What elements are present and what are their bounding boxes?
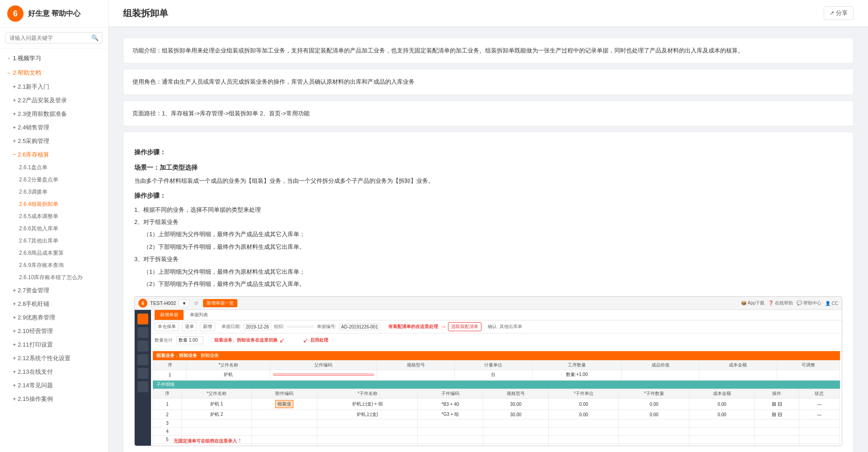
mock-service-icon: 💬 帮助中心 [797, 300, 821, 306]
sidebar-item-data[interactable]: + 2.3使用前数据准备 [0, 107, 108, 121]
annotation-arrow1: → [440, 323, 446, 330]
mock-btn-save[interactable]: 本仓保单 [155, 322, 179, 331]
sidebar-item-263[interactable]: 2.6.3调拨单 [0, 186, 108, 198]
sub-col-pcode: 附件编码 [252, 389, 317, 399]
sidebar-item-265[interactable]: 2.6.5成本调整单 [0, 210, 108, 223]
main-content: 功能介绍：组装拆卸单用来处理企业组装或拆卸等加工业务，支持有固定装配清单的产品加… [108, 27, 868, 452]
share-button[interactable]: ↗ 分享 [824, 6, 854, 20]
col-unit: 计量单位 [454, 361, 532, 370]
sidebar-item-268[interactable]: 2.6.8商品成本重算 [0, 247, 108, 259]
path-text: 页面路径：1、库存核算->库存管理->组装拆卸单 2、首页->常用功能 [132, 108, 844, 119]
cell-total-val [699, 370, 777, 380]
sidebar-item-docs[interactable]: − 2.帮助文档 [0, 66, 108, 80]
mock-billno2-label: 单据编号: [317, 324, 336, 330]
mock-tab-active[interactable]: 新增单据 [155, 310, 184, 320]
mock-logo: 6 [138, 299, 147, 308]
settings-icon: ⚙ [194, 300, 198, 306]
mock-app-icon: 📦 App下载 [741, 300, 764, 306]
share-label: 分享 [836, 9, 848, 17]
mock-btn-cancel[interactable]: 退单 [182, 322, 197, 331]
plus-icon-install: + [13, 97, 18, 104]
sidebar-item-sales[interactable]: + 2.4销售管理 [0, 121, 108, 134]
plus-icon-case: + [13, 395, 18, 402]
operations-title: 操作步骤： [134, 148, 842, 157]
annotation-bom-area: 有装配清单的在这里处理 → 选取装配清单 [388, 322, 481, 331]
col-spec: 规格型号 [377, 361, 455, 370]
mock-sub-table-header: 子件明细 [153, 381, 840, 389]
sub-col-cost2: 成本金额 [689, 389, 755, 399]
path-card: 页面路径：1、库存核算->库存管理->组装拆卸单 2、首页->常用功能 [123, 100, 854, 126]
cell-unit: 台 [454, 370, 532, 380]
mock-toolbar: 本仓保单 退单 新增 单据日期: 2019-12-26 组织: 单据编号: AD… [151, 320, 842, 333]
mock-new-btn[interactable]: 新增单据一览 [203, 299, 237, 307]
mock-sidebar-i4 [137, 368, 148, 379]
cell-code-input[interactable] [273, 374, 374, 376]
sidebar-item-new[interactable]: + 2.1新手入门 [0, 80, 108, 94]
sidebar-item-coupon[interactable]: + 2.9优惠券管理 [0, 311, 108, 324]
sidebar-item-install[interactable]: + 2.2产品安装及登录 [0, 94, 108, 107]
mock-tab-list[interactable]: 单据列表 [184, 310, 213, 320]
plus-icon-ops: + [13, 328, 18, 334]
sidebar-item-finance[interactable]: + 2.7资金管理 [0, 284, 108, 297]
sidebar-item-inventory[interactable]: − 2.6库存核算 [0, 148, 108, 162]
annotation-arrow3: ↙ [279, 337, 285, 344]
main-header: 组装拆卸单 ↗ 分享 [108, 0, 868, 27]
cell-goods: 炉机 [187, 370, 270, 380]
sidebar-item-ops[interactable]: + 2.10经营管理 [0, 324, 108, 338]
intro-card: 功能介绍：组装拆卸单用来处理企业组装或拆卸等加工业务，支持有固定装配清单的产品加… [123, 38, 854, 63]
mock-dropdown[interactable]: ▼ [179, 300, 189, 307]
sub-table-row-3: 3 [153, 419, 840, 428]
sidebar-item-261[interactable]: 2.6.1盘点单 [0, 162, 108, 174]
sidebar-item-267[interactable]: 2.6.7其他出库单 [0, 235, 108, 247]
sub-cell-del-icon[interactable]: ⊟ [778, 401, 782, 407]
sidebar-item-docs-label: 2.帮助文档 [13, 69, 41, 77]
sub-table-row-5: 5 [153, 436, 840, 444]
col-cost: 成品价值 [622, 361, 699, 370]
mock-main-content: 新增单据 单据列表 本仓保单 退单 新增 单据日期: 2019-12-26 组织… [151, 310, 842, 446]
mock-company: TEST-H002 [150, 300, 176, 306]
step3-2: （2）下部明细为子件明细，最终作为产成品生成其它入库单。 [134, 279, 842, 289]
plus-icon-purchase: + [13, 138, 18, 144]
mock-table-lower: 序 *父件名称 附件编码 *子件名称 子件编码 规格型号 *子件单位 *子件数量 [153, 389, 840, 446]
annotation-arrow5: ↑ [238, 437, 241, 444]
mock-org-input[interactable] [287, 326, 314, 328]
plus-icon-data: + [13, 110, 18, 117]
col-qty: 工序数量 [532, 361, 622, 370]
sub-cell-bom-type[interactable]: 组装业 [275, 400, 293, 408]
sub-cell-del2-icon[interactable]: ⊟ [778, 411, 782, 418]
sub-col-qty2: *子件数量 [619, 389, 689, 399]
role-text: 使用角色：通常由生产人员或库管人员完成拆装业务的操作，库管人员确认原材料的出库和… [132, 76, 844, 87]
sidebar-item-print[interactable]: + 2.11打印设置 [0, 338, 108, 352]
sidebar-item-2610[interactable]: 2.6.10库存账本错了怎么办 [0, 271, 108, 284]
sidebar-item-faq[interactable]: + 2.14常见问题 [0, 379, 108, 392]
sidebar: 6 好生意 帮助中心 🔍 + 1.视频学习 − 2.帮助文档 + 2.1新手入门 [0, 0, 108, 452]
sidebar-item-266[interactable]: 2.6.6其他入库单 [0, 223, 108, 235]
screenshot-container: 6 TEST-H002 ▼ ⚙ 新增单据一览 📦 App下载 ❓ 在线帮助 💬 … [134, 296, 842, 446]
sub-cell-copy-icon[interactable]: ⊞ [772, 401, 776, 407]
sidebar-item-purchase[interactable]: + 2.5采购管理 [0, 134, 108, 148]
sidebar-item-264[interactable]: 2.6.4组装拆卸单 [0, 198, 108, 210]
sidebar-item-mobile[interactable]: + 2.8手机旺铺 [0, 297, 108, 311]
sidebar-item-case[interactable]: + 2.15操作案例 [0, 392, 108, 406]
sub-col-spec2: 规格型号 [483, 389, 548, 399]
sub-col-unit2: *子件单位 [548, 389, 619, 399]
sub-table-row-4: 4 [153, 428, 840, 436]
sidebar-item-online[interactable]: + 2.13在线支付 [0, 365, 108, 379]
mock-table-subtitle: 拆卸业务 [201, 352, 219, 359]
mock-qty-input[interactable]: 数量 1.00 [176, 336, 203, 344]
mock-select-bom-btn[interactable]: 选取装配清单 [448, 322, 481, 331]
mock-date-input[interactable]: 2019-12-26 [244, 324, 271, 330]
sidebar-item-269[interactable]: 2.6.9库存账本查询 [0, 259, 108, 271]
search-input[interactable] [9, 35, 91, 41]
sidebar-item-262[interactable]: 2.6.2分量盘点单 [0, 174, 108, 186]
sidebar-item-video[interactable]: + 1.视频学习 [0, 51, 108, 66]
mock-form-row1: 数量合计 数量 1.00 组装业务、拆卸业务在这里切换 ↙ [155, 336, 838, 344]
sub-cell-copy2-icon[interactable]: ⊞ [772, 411, 776, 418]
operations-section: 操作步骤： 场景一：加工类型选择 当由多个子件材料组装成一个成品的业务为【组装】… [123, 132, 854, 452]
mock-app: 6 TEST-H002 ▼ ⚙ 新增单据一览 📦 App下载 ❓ 在线帮助 💬 … [135, 297, 842, 446]
sidebar-item-custom[interactable]: + 2.12系统个性化设置 [0, 352, 108, 365]
mock-billno-input[interactable]: AD-20191226-001 [339, 324, 381, 330]
mock-btn-new[interactable]: 新增 [200, 322, 215, 331]
sub-table-row-2: 2 炉机 2 炉机上(盒) *G3 + 组 30.00 0.00 0.00 [153, 410, 840, 419]
search-wrap[interactable]: 🔍 [5, 32, 103, 43]
